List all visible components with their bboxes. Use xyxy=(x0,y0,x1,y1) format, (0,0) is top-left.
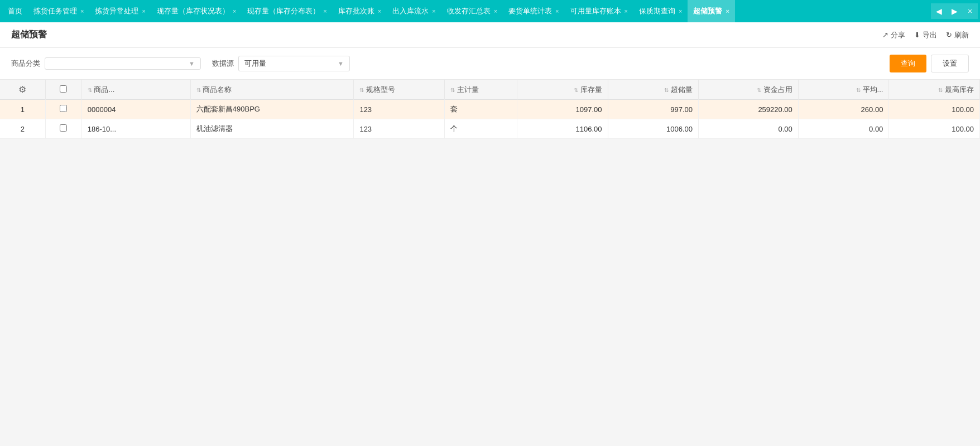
row-max-stock: 100.00 xyxy=(889,100,980,119)
gear-icon[interactable]: ⚙ xyxy=(18,85,26,94)
header-actions: ↗ 分享 ⬇ 导出 ↻ 刷新 xyxy=(882,30,969,40)
page-header: 超储预警 ↗ 分享 ⬇ 导出 ↻ 刷新 xyxy=(0,22,980,48)
nav-item-overstock[interactable]: 超储预警 × xyxy=(688,0,734,22)
row-spec: 123 xyxy=(354,119,445,139)
col-header-avg[interactable]: ⇅ 平均... xyxy=(798,80,889,100)
datasource-select[interactable]: 可用量 ▼ xyxy=(238,56,350,71)
col-header-settings[interactable]: ⚙ xyxy=(0,80,45,100)
category-filter-group: 商品分类 ▼ xyxy=(11,57,201,70)
col-stock-sort-icon: ⇅ xyxy=(574,87,578,93)
close-batch-account[interactable]: × xyxy=(378,8,381,14)
col-header-unit[interactable]: ⇅ 主计量 xyxy=(444,80,517,100)
col-code-sort-icon: ⇅ xyxy=(88,87,92,93)
col-over-sort-icon: ⇅ xyxy=(664,87,669,93)
datasource-label: 数据源 xyxy=(212,59,234,69)
nav-bar: 首页 拣货任务管理 × 拣货异常处理 × 现存量（库存状况表） × 现存量（库存… xyxy=(0,0,980,22)
close-summary[interactable]: × xyxy=(494,8,497,14)
col-header-capital[interactable]: ⇅ 资金占用 xyxy=(699,80,799,100)
row-spec: 123 xyxy=(354,100,445,119)
nav-item-order-stat[interactable]: 要货单统计表 × xyxy=(503,0,564,22)
nav-item-home[interactable]: 首页 xyxy=(2,0,28,22)
datasource-filter-group: 数据源 可用量 ▼ xyxy=(212,56,350,71)
table-wrapper: ⚙ ⇅ 商品... ⇅ 商品名称 ⇅ 规格型号 ⇅ xyxy=(0,80,980,139)
col-spec-sort-icon: ⇅ xyxy=(359,87,364,93)
table-row: 2 186-10... 机油滤清器 123 个 1106.00 1006.00 … xyxy=(0,119,980,139)
query-button[interactable]: 查询 xyxy=(890,55,926,72)
row-stock: 1097.00 xyxy=(517,100,608,119)
row-avg: 0.00 xyxy=(798,119,889,139)
export-button[interactable]: ⬇ 导出 xyxy=(914,30,937,40)
col-unit-sort-icon: ⇅ xyxy=(450,87,455,93)
export-icon: ⬇ xyxy=(914,31,920,39)
category-select[interactable]: ▼ xyxy=(45,57,201,70)
category-chevron-icon: ▼ xyxy=(189,60,195,67)
col-header-code[interactable]: ⇅ 商品... xyxy=(81,80,190,100)
col-avg-sort-icon: ⇅ xyxy=(856,87,861,93)
col-header-name[interactable]: ⇅ 商品名称 xyxy=(190,80,354,100)
col-header-max[interactable]: ⇅ 最高库存 xyxy=(889,80,980,100)
close-stock-dist[interactable]: × xyxy=(323,8,326,14)
close-pick-task[interactable]: × xyxy=(80,8,84,14)
row-checkbox[interactable] xyxy=(60,105,67,112)
row-avg: 260.00 xyxy=(798,100,889,119)
col-name-sort-icon: ⇅ xyxy=(196,87,201,93)
nav-item-batch-account[interactable]: 库存批次账 × xyxy=(333,0,387,22)
close-order-stat[interactable]: × xyxy=(555,8,559,14)
nav-item-stock-status[interactable]: 现存量（库存状况表） × xyxy=(151,0,242,22)
row-over: 997.00 xyxy=(608,100,699,119)
nav-item-expiry[interactable]: 保质期查询 × xyxy=(633,0,688,22)
data-table: ⚙ ⇅ 商品... ⇅ 商品名称 ⇅ 规格型号 ⇅ xyxy=(0,80,980,139)
row-code: 186-10... xyxy=(81,119,190,139)
share-icon: ↗ xyxy=(882,31,888,39)
close-inout-flow[interactable]: × xyxy=(432,8,435,14)
nav-item-pick-task[interactable]: 拣货任务管理 × xyxy=(28,0,89,22)
col-header-checkbox[interactable] xyxy=(45,80,81,100)
refresh-button[interactable]: ↻ 刷新 xyxy=(946,30,969,40)
filter-row: 商品分类 ▼ 数据源 可用量 ▼ 查询 设置 xyxy=(0,48,980,80)
nav-close-button[interactable]: × xyxy=(962,3,978,19)
col-max-sort-icon: ⇅ xyxy=(938,87,943,93)
refresh-icon: ↻ xyxy=(946,31,952,39)
filter-actions: 查询 设置 xyxy=(890,55,969,72)
close-overstock[interactable]: × xyxy=(726,8,729,14)
row-unit: 套 xyxy=(444,100,517,119)
row-index: 1 xyxy=(0,100,45,119)
close-stock-status[interactable]: × xyxy=(233,8,236,14)
nav-item-stock-dist[interactable]: 现存量（库存分布表） × xyxy=(242,0,332,22)
nav-arrows: ◀ ▶ × xyxy=(931,3,978,19)
col-header-spec[interactable]: ⇅ 规格型号 xyxy=(354,80,445,100)
settings-button[interactable]: 设置 xyxy=(931,55,969,72)
select-all-checkbox[interactable] xyxy=(60,85,67,93)
close-expiry[interactable]: × xyxy=(679,8,682,14)
row-code: 0000004 xyxy=(81,100,190,119)
nav-item-avail-book[interactable]: 可用量库存账本 × xyxy=(565,0,633,22)
row-name: 六配套新昌490BPG xyxy=(190,100,354,119)
row-index: 2 xyxy=(0,119,45,139)
col-capital-sort-icon: ⇅ xyxy=(757,87,761,93)
share-button[interactable]: ↗ 分享 xyxy=(882,30,905,40)
row-capital: 0.00 xyxy=(699,119,799,139)
row-max-stock: 100.00 xyxy=(889,119,980,139)
close-pick-exception[interactable]: × xyxy=(142,8,145,14)
nav-item-inout-flow[interactable]: 出入库流水 × xyxy=(387,0,441,22)
row-unit: 个 xyxy=(444,119,517,139)
table-header-row: ⚙ ⇅ 商品... ⇅ 商品名称 ⇅ 规格型号 ⇅ xyxy=(0,80,980,100)
nav-next-button[interactable]: ▶ xyxy=(947,3,962,19)
close-avail-book[interactable]: × xyxy=(624,8,628,14)
table-row: 1 0000004 六配套新昌490BPG 123 套 1097.00 997.… xyxy=(0,100,980,119)
table-body: 1 0000004 六配套新昌490BPG 123 套 1097.00 997.… xyxy=(0,100,980,139)
nav-item-pick-exception[interactable]: 拣货异常处理 × xyxy=(89,0,151,22)
datasource-value: 可用量 xyxy=(244,59,266,69)
row-name: 机油滤清器 xyxy=(190,119,354,139)
col-header-over[interactable]: ⇅ 超储量 xyxy=(608,80,699,100)
col-header-stock[interactable]: ⇅ 库存量 xyxy=(517,80,608,100)
page-title: 超储预警 xyxy=(11,29,47,41)
datasource-chevron-icon: ▼ xyxy=(338,60,344,67)
nav-prev-button[interactable]: ◀ xyxy=(931,3,947,19)
row-checkbox-cell[interactable] xyxy=(45,100,81,119)
row-over: 1006.00 xyxy=(608,119,699,139)
row-checkbox[interactable] xyxy=(60,124,67,132)
nav-item-summary[interactable]: 收发存汇总表 × xyxy=(441,0,503,22)
row-capital: 259220.00 xyxy=(699,100,799,119)
row-checkbox-cell[interactable] xyxy=(45,119,81,139)
